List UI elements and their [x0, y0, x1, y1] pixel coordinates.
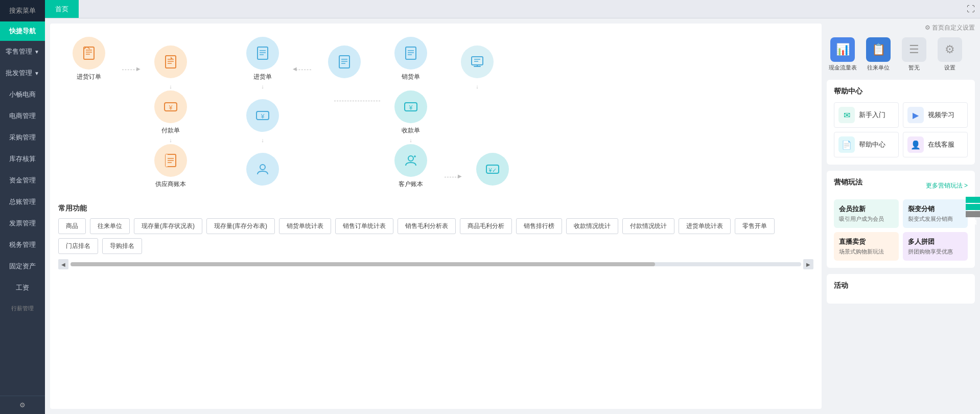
quick-icon-item[interactable]: 📊 现金流量表: [827, 37, 858, 72]
receipt-icon: ¥: [246, 99, 279, 132]
help-label: 帮助中心: [859, 140, 885, 149]
marketing-more-button[interactable]: 更多营销玩法 >: [926, 181, 968, 190]
flow-node-receipt[interactable]: ¥: [232, 99, 293, 135]
customer-service-button[interactable]: 客服热线: [966, 197, 980, 203]
help-icon: 👤: [907, 136, 924, 153]
payment-icon: ¥: [154, 90, 187, 123]
svg-rect-8: [258, 47, 268, 59]
common-function-button[interactable]: 往来单位: [90, 218, 130, 234]
sidebar-search[interactable]: 搜索菜单: [0, 0, 45, 21]
quick-icon-label: 设置: [944, 64, 955, 72]
help-label: 在线客服: [928, 140, 954, 149]
quick-icon-item[interactable]: ⚙ 设置: [934, 37, 966, 72]
flow-node-supplier-ledger[interactable]: 供应商账本: [140, 144, 201, 189]
help-item[interactable]: ▶ 视频学习: [903, 102, 968, 128]
flow-node-mall-order[interactable]: 销货单: [380, 37, 441, 81]
common-function-button[interactable]: 销售排行榜: [516, 218, 562, 234]
marketing-item[interactable]: 多人拼团 拼团购物享受优惠: [903, 232, 968, 261]
flow-node-sales-order[interactable]: [314, 45, 375, 81]
common-function-button[interactable]: 现存量(库存状况表): [134, 218, 202, 234]
down-arrow-purchase: ↓: [140, 83, 201, 89]
pos-icon: [461, 45, 494, 78]
help-center-title: 帮助中心: [834, 87, 968, 96]
sidebar-item-ledger[interactable]: 总账管理: [0, 191, 45, 213]
purchase-order-icon: [73, 37, 105, 70]
sidebar-item-hrm[interactable]: 行薪管理: [0, 298, 45, 318]
svg-rect-16: [406, 47, 416, 59]
sidebar-item-inventory[interactable]: 库存核算: [0, 148, 45, 170]
quick-icon-item[interactable]: 📋 往来单位: [862, 37, 894, 72]
activity-card: 活动: [827, 274, 975, 304]
retail-icon: ¥: [394, 90, 427, 123]
help-item[interactable]: 👤 在线客服: [903, 132, 968, 157]
sidebar-item-label: 固定资产: [9, 262, 36, 271]
down-arrow-receipt: ↓: [232, 137, 293, 143]
common-function-button[interactable]: 商品: [58, 218, 86, 234]
scroll-left-button[interactable]: ◀: [58, 259, 68, 269]
tabbar: 首页 ⛶: [45, 0, 980, 18]
flow-node-purchase-order[interactable]: 进货订单: [58, 37, 120, 81]
spacer: [120, 83, 140, 89]
sidebar-item-label: 零售管理: [6, 47, 32, 56]
flow-node-purchase[interactable]: [140, 45, 201, 81]
expand-button[interactable]: ⛶: [962, 0, 980, 18]
common-function-button[interactable]: 收款情况统计: [566, 218, 618, 234]
help-label: 视频学习: [928, 110, 954, 120]
tab-home[interactable]: 首页: [45, 0, 79, 18]
flow-node-pos[interactable]: [447, 45, 508, 81]
help-item[interactable]: ✉ 新手入门: [834, 102, 899, 128]
down-arrow-sales-order: [314, 83, 375, 89]
sidebar-item-wholesale[interactable]: 批发管理 ▼: [0, 62, 45, 84]
common-function-button[interactable]: 付款情况统计: [622, 218, 674, 234]
sidebar-item-capital[interactable]: 资金管理: [0, 170, 45, 191]
sidebar-settings-button[interactable]: ⚙: [0, 396, 45, 414]
flow-node-payment[interactable]: ¥ 付款单: [140, 90, 201, 135]
common-function-button[interactable]: 销售毛利分析表: [398, 218, 456, 234]
marketing-item-desc: 场景式购物新玩法: [839, 248, 894, 256]
sidebar-item-ecommerce-small[interactable]: 小畅电商: [0, 84, 45, 105]
desktop-shortcut-button[interactable]: 桌面快捷: [966, 211, 980, 217]
flow-node-retail[interactable]: ¥ 收款单: [380, 90, 441, 135]
marketing-item[interactable]: 直播卖货 场景式购物新玩法: [834, 232, 899, 261]
flow-node-retail-settle[interactable]: ¥✓: [462, 153, 523, 189]
sidebar-item-retail[interactable]: 零售管理 ▼: [0, 41, 45, 62]
common-function-button[interactable]: 现存量(库存分布表): [206, 218, 275, 234]
common-function-button[interactable]: 导购排名: [102, 238, 142, 254]
scroll-right-button[interactable]: ▶: [803, 259, 813, 269]
sidebar-item-invoice[interactable]: 发票管理: [0, 213, 45, 234]
quick-icon-item[interactable]: ☰ 暂无: [898, 37, 930, 72]
flow-node-retail-out[interactable]: 客户账本: [380, 144, 441, 189]
common-function-button[interactable]: 商品毛利分析: [460, 218, 512, 234]
marketing-item-desc: 裂变式发展分销商: [908, 215, 963, 223]
help-item[interactable]: 📄 帮助中心: [834, 132, 899, 157]
sidebar-item-assets[interactable]: 固定资产: [0, 256, 45, 277]
svg-text:¥✓: ¥✓: [488, 167, 496, 173]
sidebar-item-purchase[interactable]: 采购管理: [0, 127, 45, 148]
sidebar-item-ecommerce-mgmt[interactable]: 电商管理: [0, 105, 45, 127]
marketing-item[interactable]: 裂变分销 裂变式发展分销商: [903, 199, 968, 228]
marketing-item-title: 直播卖货: [839, 237, 894, 246]
customize-header[interactable]: ⚙ 首页自定义设置: [827, 24, 975, 32]
scroll-bar: ◀ ▶: [58, 259, 813, 269]
common-function-button[interactable]: 销售订单统计表: [335, 218, 393, 234]
marketing-item[interactable]: 会员拉新 吸引用户成为会员: [834, 199, 899, 228]
flow-node-sales[interactable]: 进货单: [232, 37, 293, 81]
sidebar-item-label: 电商管理: [9, 111, 36, 121]
flow-node-customer-ledger[interactable]: [232, 153, 293, 189]
common-function-button[interactable]: 进货单统计表: [679, 218, 731, 234]
gear-icon: ⚙: [19, 401, 26, 409]
common-function-button[interactable]: 零售开单: [735, 218, 775, 234]
retail-out-label: 客户账本: [399, 180, 423, 189]
sidebar-item-salary[interactable]: 工资: [0, 277, 45, 298]
dashed-line-pos-retail: [334, 101, 380, 101]
retail-settle-icon: ¥✓: [476, 153, 509, 186]
marketing-header: 营销玩法 更多营销玩法 >: [834, 178, 968, 193]
community-button[interactable]: 服务社区: [966, 204, 980, 210]
scroll-track[interactable]: [71, 262, 801, 266]
common-function-button[interactable]: 销货单统计表: [279, 218, 331, 234]
svg-point-36: [260, 165, 265, 170]
spacer: [201, 83, 232, 89]
sidebar-item-tax[interactable]: 税务管理: [0, 234, 45, 256]
spacer: [441, 83, 447, 89]
common-function-button[interactable]: 门店排名: [58, 238, 98, 254]
